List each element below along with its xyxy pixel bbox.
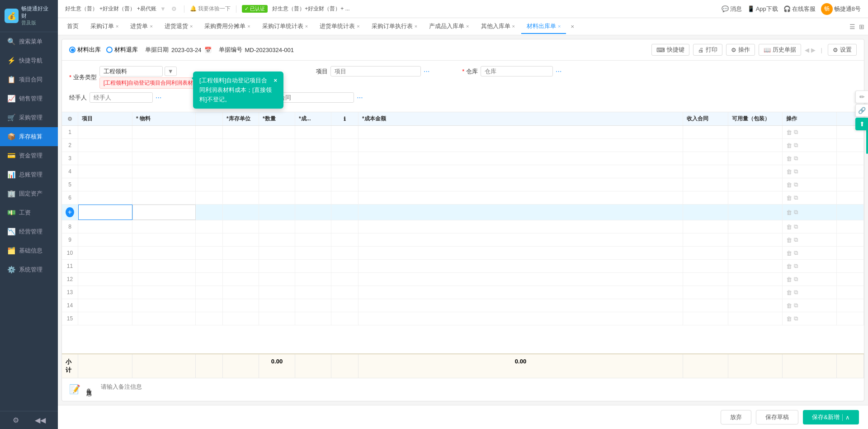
row-cost-amount[interactable]: [359, 178, 683, 191]
project-cell-input[interactable]: [81, 209, 129, 215]
project-input[interactable]: [330, 66, 421, 76]
row-available[interactable]: [728, 139, 783, 152]
row-income-contract-editing[interactable]: [683, 205, 728, 220]
row-cost-amount[interactable]: [359, 126, 683, 138]
tab-close-icon[interactable]: ×: [190, 24, 193, 29]
announce-plus-alt[interactable]: +易代账: [137, 5, 156, 13]
row-unit[interactable]: [223, 126, 259, 138]
copy-row-btn[interactable]: ⧉: [794, 236, 798, 243]
tab-close-icon[interactable]: ×: [512, 24, 515, 29]
side-link-btn[interactable]: 🔗: [855, 104, 868, 117]
tab-purchase-exec[interactable]: 采购订单执行表 ×: [366, 19, 423, 34]
row-cost-amount[interactable]: [359, 139, 683, 152]
delete-row-btn[interactable]: 🗑: [786, 168, 792, 175]
copy-row-btn[interactable]: ⧉: [794, 168, 798, 175]
announce-plus-biz[interactable]: +好业财（普）: [99, 5, 135, 13]
row-cost-price[interactable]: [295, 191, 331, 204]
row-spec[interactable]: [196, 152, 223, 165]
copy-row-btn[interactable]: ⧉: [794, 302, 798, 309]
row-cost-amount[interactable]: [359, 152, 683, 165]
announce-notification[interactable]: 🔔 我要体验一下: [190, 5, 231, 13]
tab-close-icon[interactable]: ×: [247, 24, 250, 29]
row-input-material[interactable]: [132, 205, 196, 220]
warehouse-dots-btn[interactable]: ···: [556, 67, 561, 76]
tooltip-close-btn[interactable]: ×: [274, 76, 277, 86]
tab-home[interactable]: 首页: [61, 19, 84, 34]
delete-row-btn[interactable]: 🗑: [786, 263, 792, 270]
radio-material-return[interactable]: 材料退库: [106, 46, 138, 54]
history-btn[interactable]: 📖 历史单据: [759, 44, 801, 56]
side-expand-btn[interactable]: ⬆: [855, 118, 868, 130]
row-spec[interactable]: [196, 126, 223, 138]
row-income-contract[interactable]: [683, 152, 728, 165]
row-available[interactable]: [728, 191, 783, 204]
row-income-contract[interactable]: [683, 178, 728, 191]
row-qty[interactable]: [259, 191, 295, 204]
row-unit[interactable]: [223, 220, 259, 233]
tab-close-icon[interactable]: ×: [116, 24, 118, 29]
tab-purchase-stats[interactable]: 采购订单统计表 ×: [257, 19, 313, 34]
row-qty[interactable]: [259, 152, 295, 165]
row-cost-amount[interactable]: [359, 191, 683, 204]
tab-purchase-order[interactable]: 采购订单 ×: [85, 19, 124, 34]
copy-row-btn[interactable]: ⧉: [794, 249, 798, 257]
row-available[interactable]: [728, 178, 783, 191]
settings-btn[interactable]: ⚙ 设置: [828, 44, 857, 56]
discard-btn[interactable]: 放弃: [721, 410, 751, 424]
row-qty[interactable]: [259, 178, 295, 191]
sidebar-item-payroll[interactable]: 💵 工资: [0, 203, 58, 222]
delete-row-btn[interactable]: 🗑: [786, 315, 792, 322]
delete-row-btn[interactable]: 🗑: [786, 224, 792, 230]
row-unit[interactable]: [223, 191, 259, 204]
row-cost-price[interactable]: [295, 126, 331, 138]
row-material[interactable]: [132, 152, 196, 165]
copy-row-btn[interactable]: ⧉: [794, 223, 798, 230]
date-value[interactable]: 2023-03-24: [171, 47, 202, 53]
print-btn[interactable]: 🖨 打印: [693, 44, 722, 56]
row-qty[interactable]: [259, 220, 295, 233]
row-unit[interactable]: [223, 178, 259, 191]
app-download-btn[interactable]: 📱 App下载: [747, 5, 778, 13]
row-material[interactable]: [132, 220, 196, 233]
row-cost-price[interactable]: [295, 139, 331, 152]
sidebar-item-finance[interactable]: 💳 资金管理: [0, 146, 58, 165]
tab-close-icon[interactable]: ×: [150, 24, 152, 29]
announce-good-biz[interactable]: 好生意（普）: [65, 5, 98, 13]
remarks-textarea[interactable]: [101, 383, 857, 396]
copy-row-btn[interactable]: ⧉: [794, 194, 798, 201]
tab-close-all-btn[interactable]: ×: [567, 21, 578, 32]
list-view-btn[interactable]: ☰: [849, 23, 855, 30]
business-type-input[interactable]: [99, 66, 163, 76]
row-qty[interactable]: [259, 126, 295, 138]
tab-purchase-return[interactable]: 进货退货 ×: [159, 19, 198, 34]
row-cost-amount-editing[interactable]: [359, 205, 683, 220]
copy-row-btn[interactable]: ⧉: [794, 142, 798, 149]
side-edit-btn[interactable]: ✏: [855, 91, 868, 103]
row-qty[interactable]: [259, 165, 295, 178]
row-spec[interactable]: [196, 191, 223, 204]
sidebar-item-search[interactable]: 🔍 搜索菜单: [0, 32, 58, 51]
online-service-btn[interactable]: 🎧 在线客服: [783, 5, 816, 13]
row-income-contract[interactable]: [683, 220, 728, 233]
card-view-btn[interactable]: ⊞: [859, 23, 864, 30]
tab-close-active-icon[interactable]: ×: [558, 24, 561, 29]
sidebar-item-assets[interactable]: 🏢 固定资产: [0, 184, 58, 203]
sidebar-item-accounting[interactable]: 📊 总账管理: [0, 165, 58, 184]
row-cost-price-editing[interactable]: [295, 205, 331, 220]
row-qty-editing[interactable]: [259, 205, 295, 220]
row-cost-price[interactable]: [295, 178, 331, 191]
copy-row-btn[interactable]: ⧉: [794, 262, 798, 270]
row-cost-price[interactable]: [295, 152, 331, 165]
tab-in-stats[interactable]: 进货单统计表 ×: [314, 19, 365, 34]
row-material[interactable]: [132, 139, 196, 152]
tab-material-out[interactable]: 材料出库单 ×: [521, 19, 566, 34]
delete-row-btn[interactable]: 🗑: [786, 129, 792, 136]
delete-row-btn[interactable]: 🗑: [786, 181, 792, 188]
sidebar-item-operations[interactable]: 📉 经营管理: [0, 222, 58, 241]
row-available[interactable]: [728, 126, 783, 138]
docno-value[interactable]: MD-20230324-001: [245, 47, 294, 53]
tab-close-icon[interactable]: ×: [357, 24, 359, 29]
delete-row-btn[interactable]: 🗑: [786, 155, 792, 162]
row-spec[interactable]: [196, 178, 223, 191]
copy-row-btn[interactable]: ⧉: [794, 315, 798, 322]
